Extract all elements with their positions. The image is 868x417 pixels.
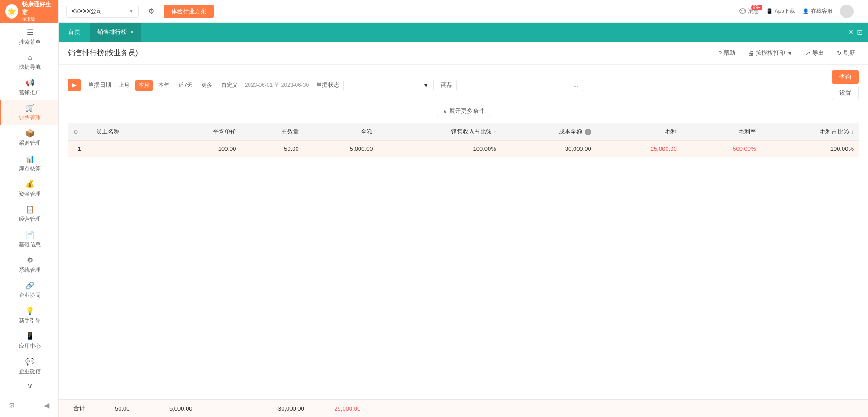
- date-tab-more[interactable]: 更多: [198, 80, 216, 91]
- filter-status-item: 单据状态 ▼: [316, 80, 434, 91]
- message-badge: 99+: [751, 5, 762, 10]
- cell-gross-pct: 100.00%: [762, 141, 859, 157]
- sidebar-item-member[interactable]: V 畅会员: [0, 379, 58, 393]
- table-area: ⚙ 员工名称 平均单价 主数量 全额 销售收入占比% ↕ 成本全额: [59, 123, 868, 399]
- company-name: XXXXX公司: [71, 7, 125, 15]
- sidebar-item-label: 基础信息: [19, 241, 41, 249]
- filter-area: ▶ 单据日期 上月 本月 本年 近7天 更多 自定义 2023-06-01 至 …: [59, 65, 868, 123]
- tab-close-icon[interactable]: ×: [130, 29, 134, 35]
- service-icon: 👤: [802, 8, 809, 14]
- sidebar-item-finance[interactable]: 💰 资金管理: [0, 176, 58, 201]
- trial-button[interactable]: 体验行业方案: [164, 5, 214, 18]
- filter-toggle-button[interactable]: ▶: [68, 79, 81, 91]
- cell-gross: -25,000.00: [597, 141, 682, 157]
- print-chevron-icon: ▼: [787, 50, 793, 57]
- sidebar-collapse-button[interactable]: ◀: [38, 397, 55, 413]
- info-icon[interactable]: i: [585, 129, 591, 135]
- col-avg-price: 平均单价: [166, 123, 242, 141]
- window-close-button[interactable]: ×: [849, 28, 853, 36]
- footer-total-label: 合计: [73, 404, 110, 412]
- expand-conditions-button[interactable]: ∨ 展开更多条件: [437, 105, 490, 117]
- sidebar-item-sales[interactable]: 🛒 销售管理: [0, 100, 58, 125]
- sidebar-bottom: ⚙ ◀: [0, 393, 58, 417]
- cell-gross-rate: -500.00%: [682, 141, 762, 157]
- sidebar-settings-button[interactable]: ⚙: [4, 397, 20, 413]
- sidebar-item-apps[interactable]: 📱 应用中心: [0, 328, 58, 354]
- sidebar-item-search[interactable]: ☰ 搜索菜单: [0, 24, 58, 50]
- tab-sales-ranking[interactable]: 销售排行榜 ×: [90, 23, 141, 42]
- basic-icon: 📄: [25, 230, 34, 239]
- filter-goods-item: 商品 ...: [441, 80, 583, 91]
- topbar-settings-button[interactable]: ⚙: [144, 4, 158, 19]
- online-service-button[interactable]: 👤 在线客服: [802, 7, 833, 15]
- table-row: 1 100.00 50.00 5,000.00 100.00% 30,000.0…: [68, 141, 859, 157]
- sidebar-item-label: 快捷导航: [19, 63, 41, 71]
- date-tab-7days[interactable]: 近7天: [175, 80, 196, 91]
- help-button[interactable]: ? 帮助: [715, 47, 739, 59]
- sidebar-item-operation[interactable]: 📋 经营管理: [0, 201, 58, 227]
- footer-cost: 30,000.00: [273, 405, 327, 412]
- sidebar-item-label: 库存核算: [19, 165, 41, 173]
- col-gross-rate: 毛利率: [682, 123, 762, 141]
- sidebar-item-purchase[interactable]: 📦 采购管理: [0, 125, 58, 151]
- sidebar-item-inventory[interactable]: 📊 库存核算: [0, 151, 58, 176]
- help-icon: ?: [719, 50, 722, 57]
- logo-icon: 🌟: [5, 4, 18, 19]
- cell-cost: 30,000.00: [502, 141, 597, 157]
- settings-col-icon[interactable]: ⚙: [73, 129, 78, 135]
- date-tab-custom[interactable]: 自定义: [218, 80, 241, 91]
- col-rank: ⚙: [68, 123, 91, 141]
- message-button[interactable]: 💬 消息 99+: [739, 7, 759, 15]
- sidebar-item-system[interactable]: ⚙ 系统管理: [0, 252, 58, 278]
- status-chevron-icon: ▼: [423, 82, 429, 89]
- date-tab-this-year[interactable]: 本年: [155, 80, 173, 91]
- sidebar-item-label: 搜索菜单: [19, 38, 41, 46]
- enterprise-icon: 🔗: [25, 281, 34, 290]
- sidebar-item-marketing[interactable]: 📢 营销推广: [0, 75, 58, 100]
- avatar[interactable]: [840, 5, 854, 18]
- sidebar-item-label: 系统管理: [19, 266, 41, 274]
- expand-icon: ∨: [443, 108, 447, 115]
- goods-more-icon: ...: [573, 82, 578, 89]
- logo-main: 畅康通好生意: [22, 1, 53, 16]
- print-button[interactable]: 🖨 按模板打印 ▼: [744, 47, 796, 59]
- col-sales-pct[interactable]: 销售收入占比% ↕: [378, 123, 501, 141]
- refresh-button[interactable]: ↻ 刷新: [833, 47, 859, 59]
- sidebar-item-wechat[interactable]: 💬 企业微信: [0, 354, 58, 379]
- col-gross-pct[interactable]: 毛利占比% ↕: [762, 123, 859, 141]
- status-select[interactable]: ▼: [343, 80, 434, 91]
- sidebar-item-enterprise[interactable]: 🔗 企业协同: [0, 278, 58, 303]
- tab-bar-right: × ⊡: [844, 28, 868, 37]
- col-gross: 毛利: [597, 123, 682, 141]
- query-button[interactable]: 查询: [832, 70, 859, 84]
- main-area: XXXXX公司 ▼ ⚙ 体验行业方案 💬 消息 99+ 📱 App下载 👤 在线…: [59, 0, 868, 417]
- date-tab-last-month[interactable]: 上月: [115, 80, 133, 91]
- company-selector[interactable]: XXXXX公司 ▼: [66, 5, 139, 18]
- app-download-button[interactable]: 📱 App下载: [766, 7, 795, 15]
- sidebar-item-guide[interactable]: 💡 新手引导: [0, 303, 58, 328]
- export-button[interactable]: ↗ 导出: [802, 47, 828, 59]
- settings-panel-button[interactable]: 设置: [832, 86, 859, 100]
- footer-cells: 50.00 5,000.00 30,000.00 -25,000.00: [110, 405, 854, 412]
- sidebar-item-shortcut[interactable]: ⌂ 快捷导航: [0, 50, 58, 75]
- export-icon: ↗: [806, 50, 810, 57]
- goods-select[interactable]: ...: [456, 80, 583, 91]
- sidebar-item-basic[interactable]: 📄 基础信息: [0, 227, 58, 252]
- sales-icon: 🛒: [25, 104, 34, 112]
- cell-qty: 50.00: [242, 141, 304, 157]
- date-tabs: 上月 本月 本年 近7天 更多 自定义: [115, 80, 241, 91]
- expand-label: 展开更多条件: [449, 107, 484, 115]
- sidebar-item-label: 应用中心: [19, 342, 41, 350]
- window-maximize-button[interactable]: ⊡: [857, 28, 863, 37]
- col-qty: 主数量: [242, 123, 304, 141]
- goods-filter-label: 商品: [441, 81, 453, 89]
- table-footer: 合计 50.00 5,000.00 30,000.00 -25,000.00: [59, 399, 868, 417]
- tab-home[interactable]: 首页: [59, 23, 90, 42]
- cell-rank: 1: [68, 141, 91, 157]
- marketing-icon: 📢: [25, 78, 34, 87]
- message-icon: 💬: [739, 8, 746, 14]
- system-icon: ⚙: [27, 256, 33, 264]
- page-title: 销售排行榜(按业务员): [68, 48, 138, 58]
- date-range-display: 2023-06-01 至 2023-06-30: [245, 81, 309, 89]
- date-tab-this-month[interactable]: 本月: [135, 80, 153, 91]
